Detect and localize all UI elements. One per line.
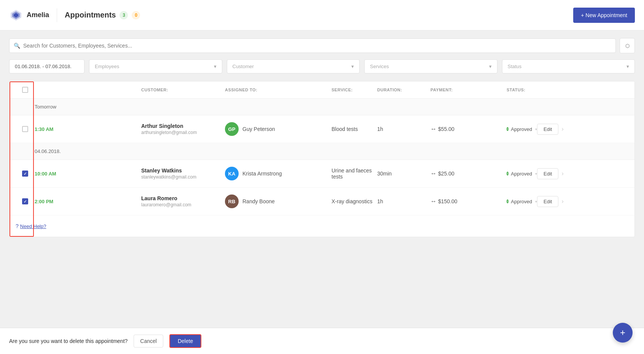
row-employee: KA Krista Armstrong bbox=[225, 167, 332, 180]
header-status-cell: STATUS: bbox=[507, 88, 537, 92]
row-service: Urine and faeces tests bbox=[332, 167, 377, 180]
employee-avatar: KA bbox=[225, 167, 239, 180]
new-appointment-button[interactable]: + New Appointment bbox=[573, 8, 635, 23]
header-title-area: Appointments 3 0 bbox=[57, 11, 573, 19]
customer-email: arthursingleton@gmail.com bbox=[141, 130, 225, 135]
row-actions: Edit › bbox=[537, 168, 552, 179]
header-duration-cell: DURATION: bbox=[377, 88, 430, 92]
row-duration: 1h bbox=[377, 198, 430, 204]
row-duration: 30min bbox=[377, 171, 430, 177]
employee-name: Krista Armstrong bbox=[242, 171, 282, 177]
row-actions: Edit › bbox=[537, 124, 552, 135]
search-input-wrap: 🔍 bbox=[9, 38, 616, 53]
status-text: Approved bbox=[511, 199, 532, 204]
logo-icon bbox=[9, 8, 23, 22]
need-help-text[interactable]: Need Help? bbox=[20, 223, 46, 229]
edit-button[interactable]: Edit bbox=[537, 196, 558, 207]
table-row: 1:30 AM Arthur Singleton arthursingleton… bbox=[10, 115, 634, 143]
row-checkbox[interactable] bbox=[22, 198, 28, 204]
search-area: 🔍 ⬡ bbox=[9, 38, 635, 53]
row-checkbox[interactable] bbox=[22, 126, 28, 132]
header-customer-cell: CUSTOMER: bbox=[141, 88, 225, 92]
table-body: Tomorrow 1:30 AM Arthur Singleton arthur… bbox=[10, 99, 634, 215]
row-service: X-ray diagnostics bbox=[332, 198, 377, 204]
row-employee: RB Randy Boone bbox=[225, 195, 332, 208]
status-text: Approved bbox=[511, 171, 532, 177]
row-time: 1:30 AM bbox=[35, 126, 141, 132]
appointments-table: CUSTOMER: ASSIGNED TO: SERVICE: DURATION… bbox=[9, 81, 635, 237]
export-icon: ⬡ bbox=[625, 43, 630, 49]
app-header: Amelia Appointments 3 0 + New Appointmen… bbox=[0, 0, 644, 30]
page-title: Appointments bbox=[65, 11, 116, 19]
row-status: Approved ▾ bbox=[507, 126, 537, 132]
status-text: Approved bbox=[511, 126, 532, 132]
help-icon: ? bbox=[16, 223, 19, 229]
employees-chevron-icon: ▾ bbox=[214, 64, 217, 69]
table-row: 2:00 PM Laura Romero lauraromero@gmail.c… bbox=[10, 188, 634, 215]
search-input[interactable] bbox=[9, 38, 616, 53]
row-expand-icon[interactable]: › bbox=[561, 198, 563, 205]
payment-amount: $150.00 bbox=[438, 198, 457, 204]
date-group-header: 04.06.2018. bbox=[10, 143, 634, 160]
header-checkbox-cell bbox=[16, 87, 35, 93]
row-customer: Laura Romero lauraromero@gmail.com bbox=[141, 195, 225, 207]
services-chevron-icon: ▾ bbox=[489, 64, 492, 69]
row-checkbox-cell bbox=[16, 171, 35, 177]
customer-filter[interactable]: Customer ▾ bbox=[227, 59, 360, 73]
main-content: 🔍 ⬡ Employees ▾ Customer ▾ Services ▾ St… bbox=[0, 30, 644, 245]
row-payment: ↔ $150.00 bbox=[430, 198, 507, 205]
payment-amount: $55.00 bbox=[438, 126, 454, 132]
header-checkbox[interactable] bbox=[22, 87, 28, 93]
row-actions: Edit › bbox=[537, 196, 552, 207]
row-duration: 1h bbox=[377, 126, 430, 132]
search-icon: 🔍 bbox=[14, 43, 20, 49]
date-range-filter[interactable] bbox=[9, 59, 84, 73]
row-status: Approved ▾ bbox=[507, 199, 537, 204]
row-employee: GP Guy Peterson bbox=[225, 122, 332, 136]
status-dot bbox=[507, 172, 509, 175]
logo-text: Amelia bbox=[27, 11, 49, 19]
row-status: Approved ▾ bbox=[507, 171, 537, 177]
badge-orange: 0 bbox=[132, 11, 140, 19]
row-customer: Arthur Singleton arthursingleton@gmail.c… bbox=[141, 123, 225, 135]
row-time: 2:00 PM bbox=[35, 199, 141, 204]
row-payment: ↔ $25.00 bbox=[430, 170, 507, 177]
need-help-section: ? Need Help? bbox=[10, 215, 634, 237]
customer-email: lauraromero@gmail.com bbox=[141, 202, 225, 207]
customer-email: stanleywatkins@gmail.com bbox=[141, 174, 225, 180]
services-filter-label: Services bbox=[370, 64, 389, 69]
status-filter[interactable]: Status ▾ bbox=[502, 59, 635, 73]
status-chevron-icon: ▾ bbox=[626, 64, 629, 69]
row-checkbox-cell bbox=[16, 126, 35, 132]
status-dot bbox=[507, 199, 509, 203]
header-payment-cell: PAYMENT: bbox=[430, 88, 507, 92]
table-header: CUSTOMER: ASSIGNED TO: SERVICE: DURATION… bbox=[10, 81, 634, 99]
logo-area: Amelia bbox=[9, 8, 57, 22]
employees-filter[interactable]: Employees ▾ bbox=[89, 59, 222, 73]
header-assigned-cell: ASSIGNED TO: bbox=[225, 88, 332, 92]
row-payment: ↔ $55.00 bbox=[430, 126, 507, 132]
payment-amount: $25.00 bbox=[438, 171, 454, 177]
edit-button[interactable]: Edit bbox=[537, 124, 558, 135]
status-filter-label: Status bbox=[508, 64, 522, 69]
status-dot bbox=[507, 127, 509, 131]
table-row: 10:00 AM Stanley Watkins stanleywatkins@… bbox=[10, 160, 634, 188]
services-filter[interactable]: Services ▾ bbox=[364, 59, 497, 73]
date-group-header: Tomorrow bbox=[10, 99, 634, 115]
row-checkbox-cell bbox=[16, 198, 35, 204]
row-customer: Stanley Watkins stanleywatkins@gmail.com bbox=[141, 167, 225, 180]
row-expand-icon[interactable]: › bbox=[561, 170, 563, 177]
employees-filter-label: Employees bbox=[95, 64, 119, 69]
customer-name: Laura Romero bbox=[141, 195, 225, 201]
row-checkbox[interactable] bbox=[22, 171, 28, 177]
row-expand-icon[interactable]: › bbox=[561, 126, 563, 132]
customer-filter-label: Customer bbox=[233, 64, 254, 69]
export-button[interactable]: ⬡ bbox=[620, 38, 635, 53]
payment-icon: ↔ bbox=[430, 198, 437, 205]
employee-name: Guy Peterson bbox=[242, 126, 275, 132]
customer-name: Stanley Watkins bbox=[141, 167, 225, 174]
edit-button[interactable]: Edit bbox=[537, 168, 558, 179]
row-service: Blood tests bbox=[332, 126, 377, 132]
header-service-cell: SERVICE: bbox=[332, 88, 377, 92]
employee-avatar: RB bbox=[225, 195, 239, 208]
